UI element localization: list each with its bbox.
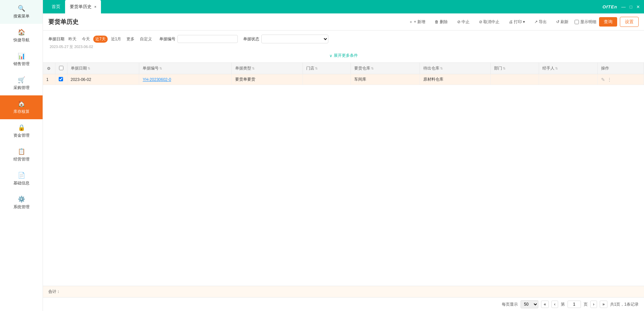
per-page-label: 每页显示 [502,302,518,307]
td-department [491,74,539,85]
th-pending-warehouse[interactable]: 待出仓库⇅ [420,63,491,74]
export-label: 导出 [539,19,547,25]
td-actions: ✎ ⋮ [597,74,644,85]
sort-icon-date: ⇅ [88,66,90,70]
close-window-icon[interactable]: ✕ [636,4,640,9]
new-button[interactable]: ＋ + 新增 [406,17,429,27]
last-page-btn[interactable]: » [600,301,607,308]
settings-button[interactable]: 设置 [620,17,639,27]
date-btn-custom[interactable]: 自定义 [138,36,154,43]
date-btn-today[interactable]: 今天 [80,36,92,43]
tab-active[interactable]: 要货单历史 × [65,0,101,13]
show-detail-checkbox-input[interactable] [575,20,579,24]
doc-number-link[interactable]: YH-20230602-0 [143,77,171,82]
cancel-stop-button[interactable]: ⊘ 取消中止 [476,17,503,27]
delete-icon: 🗑 [435,19,439,24]
td-checkbox[interactable] [55,74,67,85]
sort-icon-req-wh: ⇅ [371,66,374,70]
doc-status-select[interactable] [261,35,328,43]
total-info: 共1页，1条记录 [610,302,639,307]
td-pending-warehouse: 原材料仓库 [420,74,491,85]
page-title: 要货单历史 [48,18,406,26]
th-department[interactable]: 部门⇅ [491,63,539,74]
sidebar-item-operations-mgmt[interactable]: 📋 经营管理 [0,143,43,167]
basic-info-icon: 📄 [18,172,25,179]
tab-close-icon[interactable]: × [94,5,96,9]
sidebar-item-inventory[interactable]: 🏠 库存核算 [0,95,43,119]
print-arrow-icon: ▾ [523,19,525,24]
sidebar-item-system-mgmt[interactable]: ⚙️ 系统管理 [0,191,43,215]
sidebar-item-finance-mgmt[interactable]: 🔒 资金管理 [0,119,43,143]
date-btn-1month[interactable]: 近1月 [109,36,123,43]
th-doc-date[interactable]: 单据日期⇅ [67,63,139,74]
row-checkbox[interactable] [59,77,63,81]
sidebar-item-label: 经营管理 [13,157,30,162]
first-page-btn[interactable]: « [541,301,549,308]
select-all-checkbox[interactable] [59,66,63,70]
doc-status-label: 单据状态 [243,36,259,42]
prev-page-btn[interactable]: ‹ [551,301,558,308]
refresh-button[interactable]: ↺ 刷新 [553,17,572,27]
sidebar-item-basic-info[interactable]: 📄 基础信息 [0,167,43,191]
print-button[interactable]: 🖨 打印 ▾ [505,17,528,27]
sidebar-item-quick-nav[interactable]: 🏠 快捷导航 [0,24,43,48]
print-label: 打印 [514,19,522,25]
per-page-select[interactable]: 50 20 100 [521,300,538,308]
th-handler[interactable]: 经手人⇅ [539,63,597,74]
th-store[interactable]: 门店⇅ [303,63,351,74]
row-more-icon[interactable]: ⋮ [607,77,612,82]
table-footer: 合计： [43,286,644,297]
next-page-btn[interactable]: › [590,301,597,308]
sidebar-item-search-menu[interactable]: 🔍 搜索菜单 [0,0,43,24]
sidebar-item-sales-mgmt[interactable]: 📊 销售管理 [0,48,43,72]
finance-icon: 🔒 [18,124,25,131]
row-edit-icon[interactable]: ✎ [601,77,605,82]
show-detail-toggle[interactable]: 显示明细 [575,19,596,25]
date-btn-7days[interactable]: 近7天 [93,36,108,43]
inventory-icon: 🏠 [18,100,25,107]
th-settings[interactable]: ⚙ [43,63,55,74]
sidebar-item-purchase-mgmt[interactable]: 🛒 采购管理 [0,72,43,95]
stop-button[interactable]: ⊘ 中止 [454,17,473,27]
doc-number-input[interactable] [177,35,238,43]
th-checkbox[interactable] [55,63,67,74]
maximize-icon[interactable]: □ [630,4,632,9]
sort-icon-number: ⇅ [159,66,162,70]
toolbar: ＋ + 新增 🗑 删除 ⊘ 中止 ⊘ 取消中止 🖨 打印 [406,17,639,27]
sidebar: 🔍 搜索菜单 🏠 快捷导航 📊 销售管理 🛒 采购管理 🏠 库存核算 🔒 资金管… [0,0,43,311]
date-btn-yesterday[interactable]: 昨天 [66,36,78,43]
system-icon: ⚙️ [18,195,25,203]
tab-active-label: 要货单历史 [70,4,92,10]
table-header-row: ⚙ 单据日期⇅ 单据编号⇅ 单据类型⇅ [43,63,644,74]
date-options: 昨天 今天 近7天 近1月 更多 自定义 [66,36,154,43]
th-req-warehouse[interactable]: 要货仓库⇅ [351,63,420,74]
sidebar-item-label: 基础信息 [13,180,30,186]
pagination: 每页显示 50 20 100 « ‹ 第 页 › » 共1页，1条记录 [43,297,644,311]
refresh-label: 刷新 [560,19,569,25]
refresh-icon: ↺ [556,19,559,24]
filter-bar: 单据日期 昨天 今天 近7天 近1月 更多 自定义 单据编号 [43,31,644,63]
export-button[interactable]: ↗ 导出 [531,17,550,27]
expand-more-btn[interactable]: ∨ 展开更多条件 [48,51,639,60]
th-doc-number[interactable]: 单据编号⇅ [139,63,232,74]
query-button[interactable]: 查询 [599,17,617,27]
show-detail-label: 显示明细 [580,19,596,25]
page-input[interactable] [568,301,581,308]
sort-icon-type: ⇅ [252,66,255,70]
td-doc-number[interactable]: YH-20230602-0 [139,74,232,85]
th-doc-type[interactable]: 单据类型⇅ [232,63,303,74]
td-doc-type: 要货单要货 [232,74,303,85]
td-store [303,74,351,85]
new-icon: ＋ [409,19,413,25]
delete-button[interactable]: 🗑 删除 [431,17,451,27]
table-row: 1 2023-06-02 YH-20230602-0 要货单要货 车间库 原材料… [43,74,644,85]
sort-icon-dept: ⇅ [503,66,505,70]
sort-icon-handler: ⇅ [555,66,558,70]
stop-label: 中止 [462,19,470,25]
tab-home[interactable]: 首页 [47,0,65,13]
quick-nav-icon: 🏠 [18,29,25,36]
th-actions: 操作 [597,63,644,74]
date-btn-more[interactable]: 更多 [124,36,137,43]
minimize-icon[interactable]: — [621,4,626,9]
sidebar-item-label: 快捷导航 [13,37,30,43]
